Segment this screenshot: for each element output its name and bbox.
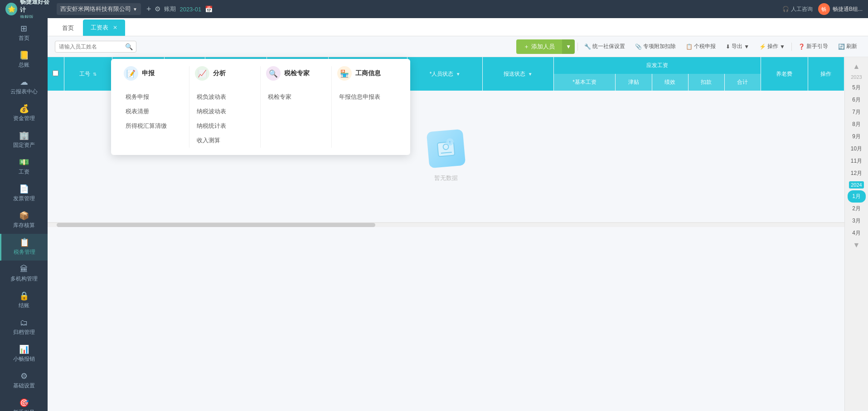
sidebar-item-multi[interactable]: 🏛 多机构管理 bbox=[0, 261, 48, 287]
sidebar-item-guide[interactable]: 🎯 新手引导 bbox=[0, 394, 48, 411]
timeline-month-2023-9[interactable]: 9月 bbox=[848, 131, 866, 143]
th-operate: 操作 bbox=[808, 57, 844, 91]
add-company-icon[interactable]: + bbox=[146, 5, 151, 14]
section-header-expert: 🔍 税检专家 bbox=[266, 66, 326, 84]
search-box[interactable]: 🔍 bbox=[55, 41, 136, 53]
dropdown-section-biz: 🏪 工商信息 年报信息申报表 bbox=[332, 66, 403, 148]
sidebar-item-fund[interactable]: 💰 资金管理 bbox=[0, 100, 48, 127]
dropdown-item-income-tax[interactable]: 所得税汇算清缴 bbox=[124, 119, 184, 133]
dropdown-item-income-calc[interactable]: 收入测算 bbox=[195, 133, 255, 148]
tab-close-icon[interactable]: ✕ bbox=[113, 24, 117, 31]
archive-icon: 🗂 bbox=[20, 319, 28, 327]
th-emp-no: 工号 ⇅ bbox=[64, 57, 112, 91]
th-total: 合计 bbox=[724, 74, 761, 91]
sidebar-item-archive[interactable]: 🗂 归档管理 bbox=[0, 314, 48, 341]
new-guide-btn[interactable]: ❓ 新手引导 bbox=[795, 41, 832, 52]
section-header-biz: 🏪 工商信息 bbox=[337, 66, 398, 84]
avatar: 畅 bbox=[818, 3, 830, 15]
main-layout: ⊞ 首页 📒 总账 ☁ 云报表中心 💰 资金管理 🏢 固定资产 💵 工资 📄 发… bbox=[0, 18, 868, 411]
headset-icon: 🎧 bbox=[782, 6, 789, 12]
dropdown-item-tax-declare[interactable]: 税务申报 bbox=[124, 90, 184, 104]
checkbox-header[interactable] bbox=[48, 57, 64, 91]
dropdown-item-tax-stat[interactable]: 纳税统计表 bbox=[195, 119, 255, 133]
toolbar: 🔍 ＋ 添加人员 ▼ 🔧 统一社保设置 📎 专项附加扣除 bbox=[48, 36, 868, 57]
scrollbar-thumb[interactable] bbox=[57, 223, 375, 227]
period-label: 账期 bbox=[164, 5, 176, 13]
timeline-month-2023-11[interactable]: 11月 bbox=[848, 155, 866, 167]
tab-home[interactable]: 首页 bbox=[55, 20, 81, 36]
th-deduction: 扣款 bbox=[688, 74, 724, 91]
dropdown-section-declare: 📝 申报 税务申报 税表清册 所得税汇算清缴 bbox=[118, 66, 189, 148]
tax-declare-btn[interactable]: 📋 个税申报 bbox=[682, 41, 719, 52]
dropdown-item-tax-form[interactable]: 税表清册 bbox=[124, 104, 184, 119]
dropdown-section-analysis: 📈 分析 税负波动表 纳税波动表 纳税统计表 收入测算 bbox=[189, 66, 261, 148]
timeline-month-2023-5[interactable]: 5月 bbox=[848, 82, 866, 94]
timeline-month-2023-12[interactable]: 12月 bbox=[848, 167, 866, 179]
tab-bar: 首页 工资表 ✕ bbox=[48, 18, 868, 36]
ledger-icon: 📒 bbox=[19, 51, 29, 59]
export-icon: ⬇ bbox=[726, 44, 730, 50]
period-value: 2023-01 bbox=[179, 6, 201, 13]
horizontal-scrollbar[interactable] bbox=[48, 222, 844, 227]
sidebar-item-cloud[interactable]: ☁ 云报表中心 bbox=[0, 73, 48, 100]
search-input[interactable] bbox=[59, 44, 122, 50]
sidebar-item-assets[interactable]: 🏢 固定资产 bbox=[0, 127, 48, 154]
chevron-down-icon: ▼ bbox=[133, 7, 137, 12]
sidebar-item-home[interactable]: ⊞ 首页 bbox=[0, 20, 48, 47]
export-chevron-icon: ▼ bbox=[744, 44, 749, 50]
dropdown-item-expert[interactable]: 税检专家 bbox=[266, 90, 326, 104]
timeline-month-2023-8[interactable]: 8月 bbox=[848, 118, 866, 131]
sidebar-item-invoice[interactable]: 📄 发票管理 bbox=[0, 180, 48, 207]
timeline-month-2024-4[interactable]: 4月 bbox=[848, 227, 866, 239]
timeline-month-2023-6[interactable]: 6月 bbox=[848, 94, 866, 106]
dropdown-item-tax-wave[interactable]: 税负波动表 bbox=[195, 90, 255, 104]
refresh-btn[interactable]: 🔄 刷新 bbox=[834, 41, 861, 52]
gear-icon: ⚙ bbox=[20, 372, 28, 380]
search-icon: 🔍 bbox=[125, 43, 133, 50]
tab-salary-sheet[interactable]: 工资表 ✕ bbox=[83, 19, 125, 36]
sidebar-item-xiaochang[interactable]: 📊 小畅报销 bbox=[0, 341, 48, 367]
timeline-month-2023-7[interactable]: 7月 bbox=[848, 106, 866, 118]
timeline-next-btn[interactable]: ▼ bbox=[853, 239, 860, 251]
filter-icon-status[interactable]: ▼ bbox=[456, 72, 461, 77]
timeline-month-2024-1[interactable]: 1月 bbox=[848, 190, 866, 203]
user-info[interactable]: 畅 畅捷通B组... bbox=[818, 3, 863, 15]
th-group-salary: 应发工资 bbox=[554, 57, 761, 74]
sidebar-item-ledger[interactable]: 📒 总账 bbox=[0, 47, 48, 73]
select-all-checkbox[interactable] bbox=[53, 70, 58, 76]
timeline-year-2024-header: 2024 bbox=[849, 181, 863, 189]
operate-btn[interactable]: ⚡ 操作 ▼ bbox=[756, 41, 789, 52]
sidebar-item-salary[interactable]: 💵 工资 bbox=[0, 154, 48, 180]
timeline-prev-btn[interactable]: ▲ bbox=[853, 61, 860, 73]
timeline-month-2024-3[interactable]: 3月 bbox=[848, 215, 866, 227]
section-title-analysis: 分析 bbox=[213, 69, 226, 77]
fund-icon: 💰 bbox=[19, 105, 29, 113]
dropdown-item-annual-report[interactable]: 年报信息申报表 bbox=[337, 90, 398, 104]
sort-icon-empno: ⇅ bbox=[93, 72, 97, 77]
settings-icon[interactable]: ⚙ bbox=[155, 5, 160, 13]
calendar-icon[interactable]: 📅 bbox=[205, 5, 213, 13]
sidebar-item-close[interactable]: 🔒 结账 bbox=[0, 287, 48, 314]
divider1 bbox=[577, 43, 578, 51]
timeline-month-2024-2[interactable]: 2月 bbox=[848, 203, 866, 215]
social-setting-btn[interactable]: 🔧 统一社保设置 bbox=[581, 41, 629, 52]
sidebar-item-settings[interactable]: ⚙ 基础设置 bbox=[0, 367, 48, 394]
th-pension: 养老费 bbox=[761, 57, 808, 91]
sidebar-item-tax[interactable]: 📋 税务管理 bbox=[0, 234, 48, 261]
sidebar-item-inventory[interactable]: 📦 库存核算 bbox=[0, 207, 48, 234]
dropdown-item-tax-wave2[interactable]: 纳税波动表 bbox=[195, 104, 255, 119]
filter-icon-report[interactable]: ▼ bbox=[528, 72, 533, 77]
top-right-area: 🎧 人工咨询 畅 畅捷通B组... bbox=[782, 3, 863, 15]
company-selector[interactable]: 西安虾米网络科技有限公司 ▼ bbox=[57, 3, 141, 15]
th-report-status: 报送状态 ▼ bbox=[483, 57, 554, 91]
add-person-btn-group: ＋ 添加人员 ▼ bbox=[516, 39, 575, 54]
add-person-dropdown-btn[interactable]: ▼ bbox=[562, 39, 575, 54]
empty-icon: ! bbox=[426, 129, 466, 169]
service-btn[interactable]: 🎧 人工咨询 bbox=[782, 5, 813, 13]
add-person-button[interactable]: ＋ 添加人员 bbox=[516, 39, 562, 54]
logo-area: 🌟 畅捷通好会计 旗舰版 bbox=[5, 0, 53, 20]
extra-deduct-btn[interactable]: 📎 专项附加扣除 bbox=[631, 41, 679, 52]
report-icon: 📊 bbox=[19, 345, 29, 353]
export-btn[interactable]: ⬇ 导出 ▼ bbox=[722, 41, 753, 52]
timeline-month-2023-10[interactable]: 10月 bbox=[848, 143, 866, 155]
